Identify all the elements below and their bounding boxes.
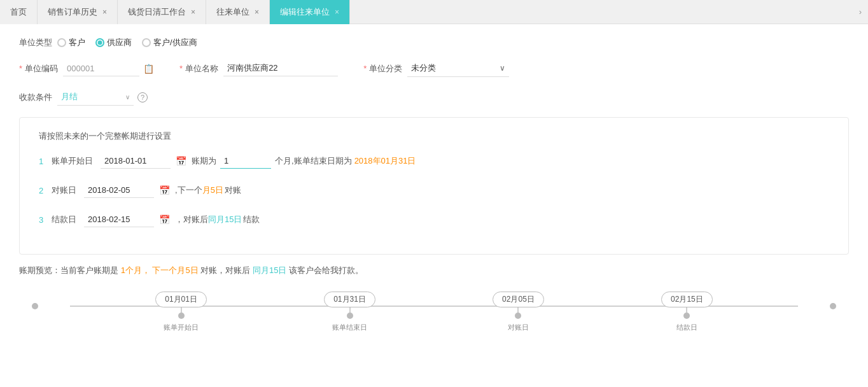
timeline-container: 01月01日 账单开始日 01月31日 账单结束日 02月05日 <box>19 292 849 351</box>
name-required: * <box>179 64 183 73</box>
category-value: 未分类 <box>411 62 494 74</box>
payment-value: 月结 <box>61 91 123 102</box>
tab-partner[interactable]: 往来单位 × <box>206 0 270 24</box>
timeline-dot-3 <box>515 313 521 319</box>
unit-name-label: 单位名称 <box>185 63 218 74</box>
radio-customer[interactable]: 客户 <box>57 37 85 48</box>
preview-section: 账期预览：当前客户账期是 1个月， 下一个月5日 对账，对账后 同月15日 该客… <box>19 265 849 276</box>
timeline-dot-4 <box>683 313 690 319</box>
timeline-label-2: 账单结束日 <box>332 323 367 332</box>
unit-type-radios: 客户 供应商 客户/供应商 <box>57 37 197 48</box>
timeline-stem-2 <box>349 307 351 313</box>
unit-name-input[interactable] <box>223 61 338 76</box>
tab-sales-close[interactable]: × <box>102 8 107 17</box>
tab-edit-partner[interactable]: 编辑往来单位 × <box>270 0 350 24</box>
period-row-2: 2 对账日 📅 ,下一个 月5日 对账 <box>39 183 829 198</box>
period-num-1: 1 <box>39 157 52 166</box>
preview-label: 账期预览：当前客户账期是 <box>19 265 118 275</box>
timeline-start-circle <box>32 303 38 309</box>
code-icon[interactable]: 📋 <box>143 64 154 74</box>
timeline-point-1: 01月01日 账单开始日 <box>155 292 207 332</box>
period-highlight-3: 同月15日 <box>208 214 242 225</box>
period-months-input[interactable] <box>220 153 271 169</box>
unit-code-label: 单位编码 <box>25 63 58 74</box>
tab-home[interactable]: 首页 <box>0 0 38 24</box>
tab-sales-label: 销售订单历史 <box>48 6 97 18</box>
timeline-stem-3 <box>517 307 519 313</box>
timeline-stem-4 <box>686 307 687 313</box>
tab-partner-close[interactable]: × <box>255 8 259 17</box>
preview-part3: 对账，对账后 <box>200 265 250 275</box>
unit-type-group: 单位类型 客户 供应商 客户/供应商 <box>19 37 197 48</box>
category-arrow-icon: ∨ <box>500 64 505 73</box>
radio-both[interactable]: 客户/供应商 <box>142 37 197 48</box>
preview-part4: 同月15日 <box>253 265 286 275</box>
timeline-label-3: 对账日 <box>508 323 529 332</box>
preview-part2: 下一个月5日 <box>152 265 198 275</box>
payment-arrow-icon: ∨ <box>125 94 130 101</box>
calendar-icon-2[interactable]: 📅 <box>159 185 170 195</box>
payment-help-icon[interactable]: ? <box>137 92 148 102</box>
period-end-date: 2018年01月31日 <box>354 155 416 167</box>
period-num-3: 3 <box>39 215 52 225</box>
period-date-2[interactable] <box>84 183 154 198</box>
calendar-icon-1[interactable]: 📅 <box>176 156 186 166</box>
unit-category-group: * 单位分类 未分类 ∨ <box>363 60 509 77</box>
payment-label: 收款条件 <box>19 92 52 103</box>
period-highlight-2: 月5日 <box>202 185 223 196</box>
radio-customer-circle <box>57 38 66 47</box>
period-desc-1b: 个月,账单结束日期为 <box>275 155 352 167</box>
category-required: * <box>363 64 367 73</box>
timeline-label-1: 账单开始日 <box>164 323 199 332</box>
tabs-bar: 首页 销售订单历史 × 钱货日清工作台 × 往来单位 × 编辑往来单位 × › <box>0 0 868 24</box>
unit-name-group: * 单位名称 <box>179 61 338 76</box>
tab-home-label: 首页 <box>10 6 27 18</box>
radio-both-label: 客户/供应商 <box>153 37 197 48</box>
code-required: * <box>19 64 22 73</box>
preview-part5: 该客户会给我打款。 <box>289 265 363 275</box>
period-num-2: 2 <box>39 186 52 195</box>
period-date-1[interactable] <box>101 153 171 169</box>
radio-both-circle <box>142 38 151 47</box>
timeline-stem-1 <box>181 307 182 313</box>
radio-supplier-label: 供应商 <box>107 37 132 48</box>
period-desc-3b: 结款 <box>243 214 260 225</box>
unit-type-label: 单位类型 <box>19 37 52 48</box>
radio-supplier[interactable]: 供应商 <box>95 37 132 48</box>
timeline-points: 01月01日 账单开始日 01月31日 账单结束日 02月05日 <box>32 292 836 332</box>
timeline-dot-2 <box>347 313 353 319</box>
period-box: 请按照未来的一个完整帐期进行设置 1 账单开始日 📅 账期为 个月,账单结束日期… <box>19 117 849 255</box>
unit-category-label: 单位分类 <box>369 63 402 74</box>
period-box-title: 请按照未来的一个完整帐期进行设置 <box>39 130 829 142</box>
main-content: 单位类型 客户 供应商 客户/供应商 * 单位编码 <box>0 24 868 387</box>
period-row-3: 3 结款日 📅 ，对账后 同月15日 结款 <box>39 212 829 227</box>
calendar-icon-3[interactable]: 📅 <box>159 215 170 225</box>
timeline-badge-2: 01月31日 <box>324 292 375 307</box>
timeline-point-2: 01月31日 账单结束日 <box>324 292 375 332</box>
preview-part1: 1个月， <box>121 265 150 275</box>
timeline-badge-1: 01月01日 <box>155 292 207 307</box>
tab-cash-close[interactable]: × <box>191 8 195 17</box>
tab-partner-label: 往来单位 <box>216 6 249 18</box>
period-date-3[interactable] <box>84 212 154 227</box>
tab-cash-work[interactable]: 钱货日清工作台 × <box>118 0 206 24</box>
period-label-2: 对账日 <box>52 185 76 196</box>
tab-cash-label: 钱货日清工作台 <box>128 6 186 18</box>
period-desc-2a: ,下一个 <box>175 185 202 196</box>
category-select[interactable]: 未分类 ∨ <box>407 60 509 77</box>
payment-row: 收款条件 月结 ∨ ? <box>19 88 849 106</box>
tabs-right-arrow[interactable]: › <box>853 7 868 17</box>
tab-edit-close[interactable]: × <box>335 8 339 17</box>
timeline-end-circle <box>830 303 836 309</box>
timeline-badge-3: 02月05日 <box>493 292 544 307</box>
tab-sales-history[interactable]: 销售订单历史 × <box>38 0 118 24</box>
period-desc-3a: ，对账后 <box>175 214 208 225</box>
timeline-point-3: 02月05日 对账日 <box>493 292 544 332</box>
payment-select[interactable]: 月结 ∨ <box>57 88 134 106</box>
timeline-end-dot <box>830 292 836 332</box>
payment-group: 收款条件 月结 ∨ ? <box>19 88 148 106</box>
radio-customer-label: 客户 <box>69 37 85 48</box>
unit-type-row: 单位类型 客户 供应商 客户/供应商 <box>19 37 849 48</box>
unit-code-input[interactable] <box>63 61 139 76</box>
info-row: * 单位编码 📋 * 单位名称 * 单位分类 未分类 ∨ <box>19 60 849 77</box>
